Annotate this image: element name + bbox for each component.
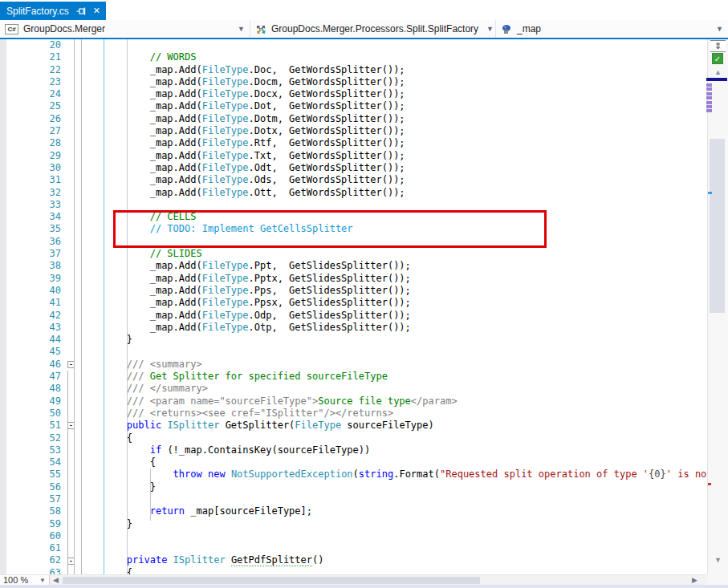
code-line[interactable]: 50 /// <returns><see cref="ISplitter"/><… — [0, 408, 707, 420]
code-line[interactable]: 61 — [0, 542, 707, 554]
line-number: 28 — [0, 137, 61, 149]
split-window-gripper-icon[interactable]: ⇕ — [710, 40, 726, 52]
code-rows: 2021 // WORDS22 _map.Add(FileType.Doc, G… — [0, 39, 707, 574]
indent-guide — [127, 39, 128, 574]
pin-icon[interactable] — [76, 6, 87, 16]
code-text: { — [80, 456, 156, 468]
caret-position-mark — [708, 192, 712, 194]
scroll-right-icon[interactable]: ▶ — [692, 576, 697, 584]
code-line[interactable]: 58 return _map[sourceFileType]; — [0, 505, 707, 517]
code-line[interactable]: 46 /// <summary> — [0, 359, 707, 371]
code-line[interactable]: 44 } — [0, 334, 707, 346]
code-line[interactable]: 54 { — [0, 456, 707, 468]
class-icon — [255, 24, 266, 34]
project-name: GroupDocs.Merger — [23, 23, 105, 34]
code-line[interactable]: 33 — [0, 199, 707, 211]
private-field-icon — [501, 24, 512, 34]
code-line[interactable]: 62 private ISplitter GetPdfSplitter() — [0, 554, 707, 566]
margin-divider — [81, 39, 82, 574]
code-line[interactable]: 22 _map.Add(FileType.Doc, GetWordsSplitt… — [0, 64, 707, 76]
line-number: 50 — [0, 408, 61, 420]
file-health-check-icon[interactable]: ✓ — [712, 53, 723, 64]
code-text: public ISplitter GetSplitter(FileType so… — [80, 420, 434, 432]
dropdown-arrow-icon: ▼ — [39, 577, 46, 584]
code-line[interactable]: 42 _map.Add(FileType.Odp, GetSlidesSplit… — [0, 310, 707, 322]
line-number: 34 — [0, 211, 61, 223]
project-dropdown[interactable]: C# GroupDocs.Merger ▼ — [0, 20, 250, 38]
navigation-bar: C# GroupDocs.Merger ▼ GroupDocs.Merger.P… — [0, 20, 728, 38]
scroll-up-icon[interactable]: ▲ — [708, 68, 728, 76]
line-number: 47 — [0, 371, 61, 383]
code-text: // WORDS — [80, 51, 197, 63]
code-line[interactable]: 56 } — [0, 481, 707, 493]
horizontal-scroll-thumb[interactable] — [63, 577, 480, 584]
code-line[interactable]: 25 _map.Add(FileType.Dot, GetWordsSplitt… — [0, 100, 707, 112]
code-line[interactable]: 57 — [0, 493, 707, 505]
code-line[interactable]: 43 _map.Add(FileType.Otp, GetSlidesSplit… — [0, 322, 707, 334]
code-line[interactable]: 26 _map.Add(FileType.Dotm, GetWordsSplit… — [0, 113, 707, 125]
code-line[interactable]: 29 _map.Add(FileType.Txt, GetWordsSplitt… — [0, 150, 707, 162]
code-line[interactable]: 53 if (!_map.ContainsKey(sourceFileType)… — [0, 444, 707, 456]
code-line[interactable]: 32 _map.Add(FileType.Ott, GetWordsSplitt… — [0, 187, 707, 199]
vertical-scrollbar[interactable]: ⇕ ✓ ▲ ▼ — [707, 39, 728, 574]
code-editor[interactable]: 2021 // WORDS22 _map.Add(FileType.Doc, G… — [0, 39, 707, 574]
code-text: _map.Add(FileType.Dotx, GetWordsSplitter… — [80, 125, 405, 137]
horizontal-scrollbar[interactable]: 100 % ▼ ◀ ▶ — [0, 574, 707, 585]
code-line[interactable]: 63 { — [0, 567, 707, 574]
code-line[interactable]: 41 _map.Add(FileType.Ppsx, GetSlidesSpli… — [0, 297, 707, 309]
code-line[interactable]: 23 _map.Add(FileType.Docm, GetWordsSplit… — [0, 76, 707, 88]
vertical-scroll-thumb[interactable] — [710, 139, 725, 313]
zoom-dropdown[interactable]: 100 % ▼ — [0, 575, 50, 585]
type-dropdown[interactable]: GroupDocs.Merger.Processors.Split.SplitF… — [250, 20, 496, 38]
code-line[interactable]: 39 _map.Add(FileType.Pptx, GetSlidesSpli… — [0, 273, 707, 285]
line-number: 24 — [0, 88, 61, 100]
code-text: _map.Add(FileType.Doc, GetWordsSplitter(… — [80, 64, 405, 76]
code-line[interactable]: 52 { — [0, 432, 707, 444]
code-line[interactable]: 59 } — [0, 518, 707, 530]
code-line[interactable]: 27 _map.Add(FileType.Dotx, GetWordsSplit… — [0, 125, 707, 137]
todo-highlight-box — [113, 210, 547, 248]
code-line[interactable]: 40 _map.Add(FileType.Pps, GetSlidesSplit… — [0, 285, 707, 297]
code-text: { — [80, 567, 132, 574]
code-line[interactable]: 21 // WORDS — [0, 51, 707, 63]
line-number: 41 — [0, 297, 61, 309]
member-dropdown[interactable]: _map ▼ — [496, 20, 728, 38]
code-line[interactable]: 60 — [0, 530, 707, 542]
code-line[interactable]: 51 public ISplitter GetSplitter(FileType… — [0, 420, 707, 432]
code-text: /// </summary> — [80, 383, 208, 395]
line-number: 42 — [0, 310, 61, 322]
line-number: 36 — [0, 236, 61, 248]
code-line[interactable]: 20 — [0, 39, 707, 51]
outline-connector — [67, 432, 68, 570]
document-tab[interactable]: SplitFactory.cs ✕ — [0, 2, 106, 20]
line-number: 46 — [0, 359, 61, 371]
close-icon[interactable]: ✕ — [93, 6, 100, 15]
code-text: _map.Add(FileType.Odt, GetWordsSplitter(… — [80, 162, 405, 174]
line-number: 43 — [0, 322, 61, 334]
code-text: _map.Add(FileType.Pptx, GetSlidesSplitte… — [80, 273, 411, 285]
code-line[interactable]: 30 _map.Add(FileType.Odt, GetWordsSplitt… — [0, 162, 707, 174]
code-line[interactable]: 55 throw new NotSupportedException(strin… — [0, 468, 707, 481]
code-text: { — [80, 432, 132, 444]
line-number: 35 — [0, 223, 61, 235]
type-path: GroupDocs.Merger.Processors.Split.SplitF… — [271, 23, 478, 34]
code-line[interactable]: 49 /// <param name="sourceFileType">Sour… — [0, 395, 707, 408]
code-line[interactable]: 47 /// Get Splitter for specified source… — [0, 371, 707, 383]
code-line[interactable]: 48 /// </summary> — [0, 383, 707, 395]
line-number: 40 — [0, 285, 61, 297]
code-line[interactable]: 37 // SLIDES — [0, 248, 707, 260]
code-line[interactable]: 31 _map.Add(FileType.Ods, GetWordsSplitt… — [0, 174, 707, 186]
code-text: } — [80, 481, 156, 493]
scroll-left-icon[interactable]: ◀ — [53, 576, 59, 584]
code-line[interactable]: 38 _map.Add(FileType.Ppt, GetSlidesSplit… — [0, 260, 707, 272]
line-number: 52 — [0, 432, 61, 444]
line-number: 38 — [0, 260, 61, 272]
code-line[interactable]: 24 _map.Add(FileType.Docx, GetWordsSplit… — [0, 88, 707, 100]
code-text: _map.Add(FileType.Odp, GetSlidesSplitter… — [80, 310, 411, 322]
code-line[interactable]: 28 _map.Add(FileType.Rtf, GetWordsSplitt… — [0, 137, 707, 149]
code-line[interactable]: 45 — [0, 346, 707, 358]
code-text: // SLIDES — [80, 248, 202, 260]
line-number: 63 — [0, 567, 61, 574]
line-number: 29 — [0, 150, 61, 162]
scroll-down-icon[interactable]: ▼ — [708, 556, 728, 564]
